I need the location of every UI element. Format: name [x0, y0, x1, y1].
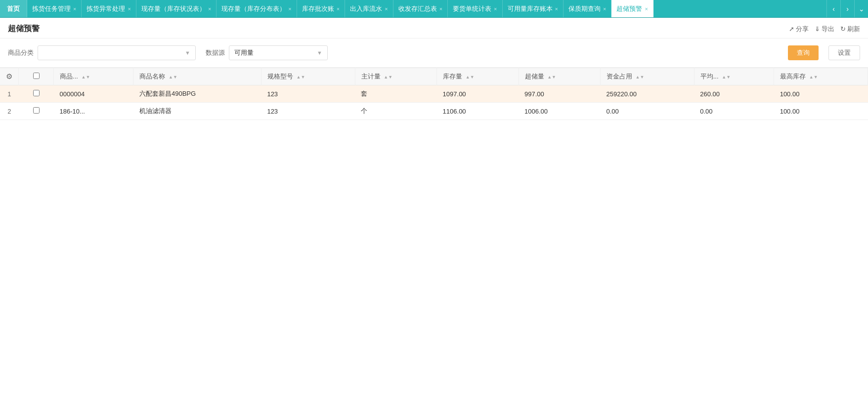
tab-receive-send-summary[interactable]: 收发存汇总表 × — [393, 0, 448, 17]
cell-spec: 123 — [261, 85, 355, 103]
th-product-code[interactable]: 商品... ▲▼ — [54, 68, 133, 85]
cell-overstock: 997.00 — [519, 85, 600, 103]
cell-product-name: 机油滤清器 — [133, 103, 261, 120]
sort-icon: ▲▼ — [82, 75, 90, 79]
cell-overstock: 1006.00 — [519, 103, 600, 120]
cell-avg: 260.00 — [694, 85, 774, 103]
sort-icon: ▲▼ — [809, 75, 818, 79]
close-icon[interactable]: × — [645, 6, 648, 12]
row-checkbox[interactable] — [33, 90, 40, 96]
tab-current-stock-dist[interactable]: 现存量（库存分布表） × — [217, 0, 297, 17]
datasource-select-value: 可用量 — [234, 48, 254, 57]
cell-stock: 1097.00 — [437, 85, 519, 103]
close-icon[interactable]: × — [603, 6, 606, 12]
tab-quality-query[interactable]: 保质期查询 × — [564, 0, 611, 17]
close-icon[interactable]: × — [439, 6, 442, 12]
tab-pick-exception[interactable]: 拣货异常处理 × — [82, 0, 136, 17]
nav-prev-button[interactable]: ‹ — [826, 0, 840, 18]
th-stock[interactable]: 库存量 ▲▼ — [437, 68, 519, 85]
close-icon[interactable]: × — [494, 6, 497, 12]
close-icon[interactable]: × — [288, 6, 291, 12]
th-max-stock[interactable]: 最高库存 ▲▼ — [774, 68, 868, 85]
table-row: 1 0000004 六配套新昌490BPG 123 套 1097.00 997.… — [0, 85, 868, 103]
sort-icon: ▲▼ — [722, 75, 731, 79]
category-label: 商品分类 — [8, 48, 34, 57]
row-checkbox[interactable] — [33, 107, 40, 114]
page-title: 超储预警 — [8, 24, 40, 34]
th-capital[interactable]: 资金占用 ▲▼ — [600, 68, 694, 85]
filter-area: 商品分类 ▼ 数据源 可用量 ▼ 查询 设置 — [0, 39, 868, 68]
main-content: 超储预警 ➚ 分享 ⇓ 导出 ↻ 刷新 商品分类 ▼ 数据源 — [0, 18, 868, 395]
close-icon[interactable]: × — [385, 6, 388, 12]
page-header: 超储预警 ➚ 分享 ⇓ 导出 ↻ 刷新 — [0, 18, 868, 39]
cell-spec: 123 — [261, 103, 355, 120]
cell-max-stock: 100.00 — [774, 85, 868, 103]
query-button[interactable]: 查询 — [788, 45, 819, 60]
th-avg[interactable]: 平均... ▲▼ — [694, 68, 774, 85]
settings-button[interactable]: 设置 — [828, 45, 860, 60]
filter-category: 商品分类 ▼ — [8, 45, 196, 60]
nav-menu-button[interactable]: ⌄ — [854, 0, 868, 18]
cell-capital: 259220.00 — [600, 85, 694, 103]
th-spec[interactable]: 规格型号 ▲▼ — [261, 68, 355, 85]
sort-icon: ▲▼ — [169, 75, 177, 79]
row-checkbox-cell — [19, 103, 54, 120]
tab-current-stock-status[interactable]: 现存量（库存状况表） × — [136, 0, 217, 17]
sort-icon: ▲▼ — [384, 75, 392, 79]
nav-home[interactable]: 首页 — [0, 0, 27, 17]
export-button[interactable]: ⇓ 导出 — [815, 25, 834, 34]
tab-batch-account[interactable]: 库存批次账 × — [297, 0, 345, 17]
cell-unit: 个 — [355, 103, 436, 120]
th-overstock[interactable]: 超储量 ▲▼ — [519, 68, 600, 85]
refresh-icon: ↻ — [840, 25, 846, 33]
cell-max-stock: 100.00 — [774, 103, 868, 120]
th-checkbox — [19, 68, 54, 85]
sort-icon: ▲▼ — [466, 75, 475, 79]
export-icon: ⇓ — [815, 25, 820, 33]
nav-next-button[interactable]: › — [840, 0, 854, 18]
sort-icon: ▲▼ — [297, 75, 305, 79]
datasource-select[interactable]: 可用量 ▼ — [229, 45, 328, 60]
tab-overstock-warning[interactable]: 超储预警 × — [611, 0, 653, 17]
sort-icon: ▲▼ — [547, 75, 556, 79]
close-icon[interactable]: × — [73, 6, 76, 12]
close-icon[interactable]: × — [208, 6, 211, 12]
filter-datasource: 数据源 可用量 ▼ — [206, 45, 328, 60]
topbar: 首页 拣货任务管理 × 拣货异常处理 × 现存量（库存状况表） × 现存量（库存… — [0, 0, 868, 18]
table-header-row: ⚙ 商品... ▲▼ 商品名称 ▲▼ 规格型号 ▲▼ — [0, 68, 868, 85]
cell-product-code: 0000004 — [54, 85, 133, 103]
share-button[interactable]: ➚ 分享 — [789, 25, 809, 34]
cell-product-code: 186-10... — [54, 103, 133, 120]
cell-unit: 套 — [355, 85, 436, 103]
tab-inout-flow[interactable]: 出入库流水 × — [345, 0, 393, 17]
cell-capital: 0.00 — [600, 103, 694, 120]
chevron-down-icon: ▼ — [185, 50, 190, 56]
th-settings: ⚙ — [0, 68, 19, 85]
close-icon[interactable]: × — [337, 6, 340, 12]
refresh-button[interactable]: ↻ 刷新 — [840, 25, 860, 34]
select-all-checkbox[interactable] — [33, 73, 40, 79]
row-checkbox-cell — [19, 85, 54, 103]
tab-requisition-stats[interactable]: 要货单统计表 × — [448, 0, 502, 17]
th-product-name[interactable]: 商品名称 ▲▼ — [133, 68, 261, 85]
sort-icon: ▲▼ — [636, 75, 645, 79]
tab-available-stock-book[interactable]: 可用量库存账本 × — [503, 0, 564, 17]
cell-stock: 1106.00 — [437, 103, 519, 120]
cell-product-name: 六配套新昌490BPG — [133, 85, 261, 103]
chevron-down-icon: ▼ — [317, 50, 322, 56]
page-actions: ➚ 分享 ⇓ 导出 ↻ 刷新 — [789, 25, 860, 34]
share-icon: ➚ — [789, 25, 794, 33]
th-unit[interactable]: 主计量 ▲▼ — [355, 68, 436, 85]
row-num: 2 — [0, 103, 19, 120]
nav-arrows: ‹ › ⌄ — [826, 0, 868, 18]
tab-pick-task-mgmt[interactable]: 拣货任务管理 × — [27, 0, 82, 17]
table-row: 2 186-10... 机油滤清器 123 个 1106.00 1006.00 … — [0, 103, 868, 120]
row-num: 1 — [0, 85, 19, 103]
cell-avg: 0.00 — [694, 103, 774, 120]
close-icon[interactable]: × — [128, 6, 130, 12]
overstock-table: ⚙ 商品... ▲▼ 商品名称 ▲▼ 规格型号 ▲▼ — [0, 68, 868, 120]
gear-icon[interactable]: ⚙ — [6, 72, 12, 80]
table-wrapper: ⚙ 商品... ▲▼ 商品名称 ▲▼ 规格型号 ▲▼ — [0, 68, 868, 120]
category-select[interactable]: ▼ — [38, 45, 196, 60]
close-icon[interactable]: × — [555, 6, 558, 12]
